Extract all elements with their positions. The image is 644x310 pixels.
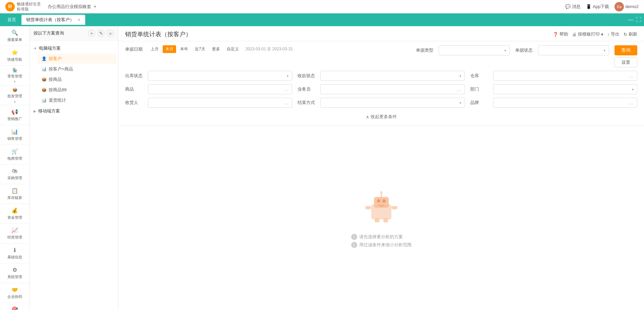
consignee-ellipsis[interactable]: … [284, 100, 288, 105]
warehouse-label: 仓库 [470, 73, 490, 79]
avatar: Ea [614, 2, 624, 11]
page-title: 销货单统计表（按客户） [125, 30, 192, 38]
date-preset-last-7-days[interactable]: 近7天 [192, 45, 208, 53]
by-goods-icon: 📦 [42, 77, 47, 82]
warehouse-select[interactable]: … [493, 71, 637, 81]
date-preset-custom[interactable]: 自定义 [224, 45, 241, 53]
collapse-button[interactable]: ∧ 收起更多条件 [362, 112, 401, 121]
scheme-header: 按以下方案查询 + ✎ « [30, 26, 118, 41]
basic-info-icon: ℹ [14, 247, 16, 253]
purchase-mgmt-icon: 🛍 [12, 168, 17, 174]
sidebar-item-basic-info[interactable]: ℹ 基础信息 [0, 244, 29, 263]
sidebar-item-operations[interactable]: 📈 经营管理 [0, 224, 29, 244]
message-button[interactable]: 💬 消息 [565, 4, 581, 10]
sidebar-item-purchase-mgmt[interactable]: 🛍 采购管理 [0, 165, 29, 184]
export-button[interactable]: ↑ 导出 [607, 31, 620, 37]
help-button[interactable]: ❓ 帮助 [553, 31, 568, 37]
system-title[interactable]: 办公用品行业模拟账套 [48, 4, 91, 10]
by-goods-99-icon: 📦 [42, 88, 47, 92]
doc-type-chevron: ▾ [504, 49, 506, 52]
empty-state: 1 请先选择要分析的方案 2 用过滤条件来缩小分析范围 [118, 125, 644, 310]
inventory-icon: 📋 [11, 188, 18, 194]
app-download-button[interactable]: 📱 App下载 [586, 4, 609, 10]
system-mgmt-icon: ⚙ [12, 267, 17, 273]
sidebar-item-system-mgmt[interactable]: ⚙ 系统管理 [0, 263, 29, 283]
tree-group-mobile-header[interactable]: ▶ 移动端方案 [30, 106, 118, 116]
template-print-button[interactable]: 🖨 按模板打印 ▾ [572, 31, 603, 37]
doc-type-label: 单据类型 [416, 47, 436, 53]
maximize-button[interactable]: ⛶ [636, 17, 641, 23]
goods-select[interactable]: … [148, 84, 292, 94]
receipt-status-chevron: ▾ [460, 74, 461, 78]
tab-home[interactable]: 首页 [3, 15, 21, 25]
return-stats-icon: 📊 [42, 98, 47, 103]
sidebar-item-ecommerce[interactable]: 🛒 电商管理 [0, 145, 29, 165]
tab-close-icon[interactable]: ✕ [77, 18, 80, 22]
sidebar-item-inventory[interactable]: 📋 库存核算 [0, 184, 29, 204]
out-status-select[interactable]: ▾ [148, 71, 292, 81]
sidebar-item-wholesale-mgmt[interactable]: 📦 批发管理 ▲ [0, 86, 30, 105]
refresh-button[interactable]: ↻ 刷新 [624, 31, 637, 37]
brand-label: 品牌 [470, 100, 490, 106]
tree-item-by-customer[interactable]: 👤 按客户 [38, 54, 117, 64]
finance-icon: 💰 [11, 207, 18, 214]
empty-robot-svg [361, 188, 401, 224]
scheme-edit-button[interactable]: ✎ [97, 30, 105, 37]
receipt-status-select[interactable]: ▾ [320, 71, 465, 81]
date-preset-more[interactable]: 更多 [209, 45, 223, 53]
tree-item-by-goods-99[interactable]: 📦 按商品99 [38, 85, 117, 95]
sidebar: 🔍 搜索菜单 ⭐ 快捷导航 🏪 零售管理 ▼ 📦 批发管理 ▲ 📢 营销推广 📊… [0, 26, 30, 310]
settlement-chevron: ▾ [460, 101, 461, 105]
sidebar-item-retail-mgmt[interactable]: 🏪 零售管理 ▼ [0, 66, 30, 86]
scheme-panel: 按以下方案查询 + ✎ « ▼ 电脑端方案 👤 [30, 26, 118, 310]
scheme-collapse-button[interactable]: « [107, 30, 114, 37]
date-preset-last-month[interactable]: 上月 [148, 45, 161, 53]
salesperson-ellipsis[interactable]: … [457, 87, 461, 92]
help-icon: ❓ [553, 32, 558, 37]
doc-type-select[interactable]: ▾ [439, 45, 510, 55]
date-preset-this-month[interactable]: 本月 [163, 45, 176, 53]
date-preset-this-year[interactable]: 本年 [177, 45, 191, 53]
empty-hint-item-2: 2 用过滤条件来缩小分析范围 [351, 242, 412, 248]
date-label: 单据日期 [125, 46, 145, 52]
dept-label: 部门 [470, 86, 490, 92]
wholesale-mgmt-arrow: ▲ [13, 100, 16, 103]
sidebar-item-enterprise[interactable]: 🤝 企业协同 [0, 283, 29, 303]
user-menu[interactable]: Ea demo2 [614, 2, 639, 11]
sidebar-item-search-menu[interactable]: 🔍 搜索菜单 [0, 26, 29, 46]
consignee-select[interactable]: … [148, 98, 292, 108]
settings-button[interactable]: 设置 [614, 57, 637, 67]
svg-rect-8 [375, 218, 379, 222]
hint-num-2: 2 [351, 242, 357, 248]
brand-select[interactable]: … [493, 98, 637, 108]
sidebar-item-finance[interactable]: 💰 资金管理 [0, 204, 29, 224]
doc-status-select[interactable]: ▾ [538, 45, 609, 55]
sidebar-item-sales-mgmt[interactable]: 📊 销售管理 [0, 125, 29, 145]
salesperson-select[interactable]: … [320, 84, 465, 94]
tree-item-by-goods[interactable]: 📦 按商品 [38, 74, 117, 85]
receipt-status-label: 收款状态 [298, 73, 318, 79]
collapse-up-icon: ∧ [366, 114, 369, 119]
svg-point-3 [382, 199, 386, 203]
tab-sales-stats[interactable]: 销货单统计表（按客户） ✕ [21, 15, 85, 25]
doc-status-chevron: ▾ [604, 49, 605, 52]
empty-hint: 1 请先选择要分析的方案 2 用过滤条件来缩小分析范围 [351, 234, 412, 248]
sidebar-item-marketing[interactable]: 📢 营销推广 [0, 105, 29, 125]
empty-hint-item-1: 1 请先选择要分析的方案 [351, 234, 412, 240]
minimize-button[interactable]: — [628, 17, 633, 23]
query-button[interactable]: 查询 [614, 45, 637, 55]
sidebar-item-quick-nav[interactable]: ⭐ 快捷导航 [0, 46, 29, 66]
tree-group-desktop-header[interactable]: ▼ 电脑端方案 [30, 43, 118, 53]
settlement-select[interactable]: ▾ [320, 98, 465, 108]
tree-item-by-customer-goods[interactable]: 📊 按客户+商品 [38, 64, 117, 74]
newcomer-icon: 🎯 [11, 306, 18, 310]
sidebar-item-newcomer[interactable]: 🎯 新手引导 [0, 303, 29, 310]
warehouse-ellipsis[interactable]: … [629, 73, 634, 79]
system-title-dropdown[interactable]: ▾ [94, 4, 96, 9]
dept-select[interactable]: ▾ [493, 84, 637, 94]
tree-item-return-stats[interactable]: 📊 退货统计 [38, 95, 117, 105]
svg-point-5 [380, 191, 383, 194]
brand-ellipsis[interactable]: … [629, 100, 634, 105]
scheme-add-button[interactable]: + [88, 30, 95, 37]
goods-ellipsis[interactable]: … [284, 87, 288, 92]
